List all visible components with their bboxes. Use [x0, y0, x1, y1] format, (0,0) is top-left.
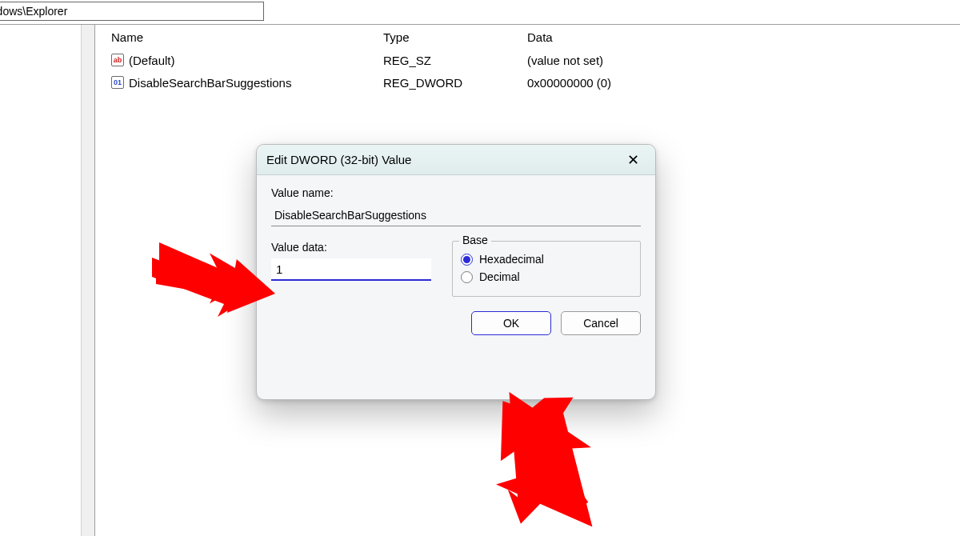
value-data-field[interactable]	[271, 258, 431, 281]
col-header-type[interactable]: Type	[383, 30, 527, 44]
address-bar[interactable]	[0, 2, 264, 21]
row-type: REG_DWORD	[383, 76, 527, 90]
dialog-title: Edit DWORD (32-bit) Value	[266, 153, 621, 166]
table-row[interactable]: ab (Default) REG_SZ (value not set)	[95, 49, 960, 71]
reg-sz-icon: ab	[111, 54, 124, 66]
address-bar-wrap	[0, 0, 960, 24]
dialog-button-row: OK Cancel	[257, 297, 655, 350]
cancel-button[interactable]: Cancel	[561, 311, 641, 335]
value-name-label: Value name:	[271, 186, 641, 199]
ok-button[interactable]: OK	[471, 311, 551, 335]
list-rows: ab (Default) REG_SZ (value not set) 01 D…	[95, 49, 960, 94]
radio-decimal-input[interactable]	[461, 271, 473, 283]
radio-hexadecimal-label: Hexadecimal	[479, 253, 544, 266]
table-row[interactable]: 01 DisableSearchBarSuggestions REG_DWORD…	[95, 71, 960, 94]
close-icon[interactable]: ✕	[621, 150, 646, 170]
tree-scrollbar-thumb[interactable]	[83, 233, 93, 281]
col-header-name[interactable]: Name	[95, 30, 383, 44]
tree-pane[interactable]: a-823c-cfc0	[0, 24, 95, 536]
radio-hexadecimal-input[interactable]	[461, 254, 473, 266]
base-legend: Base	[459, 234, 491, 246]
reg-dword-icon: 01	[111, 76, 124, 89]
row-data: 0x00000000 (0)	[527, 76, 960, 90]
row-data: (value not set)	[527, 54, 960, 67]
row-name: DisableSearchBarSuggestions	[129, 76, 291, 90]
value-name-field[interactable]	[271, 204, 641, 226]
row-name: (Default)	[129, 54, 175, 67]
dialog-body: Value name: Value data: Base Hexadecimal…	[257, 175, 655, 297]
list-header: Name Type Data	[95, 25, 960, 49]
row-type: REG_SZ	[383, 54, 527, 67]
col-header-data[interactable]: Data	[527, 30, 960, 44]
edit-dword-dialog: Edit DWORD (32-bit) Value ✕ Value name: …	[256, 144, 656, 400]
radio-hexadecimal[interactable]: Hexadecimal	[461, 253, 632, 266]
value-data-label: Value data:	[271, 241, 431, 254]
radio-decimal-label: Decimal	[479, 270, 520, 283]
base-groupbox: Base Hexadecimal Decimal	[452, 241, 641, 297]
dialog-titlebar[interactable]: Edit DWORD (32-bit) Value ✕	[257, 145, 655, 175]
radio-decimal[interactable]: Decimal	[461, 270, 632, 283]
